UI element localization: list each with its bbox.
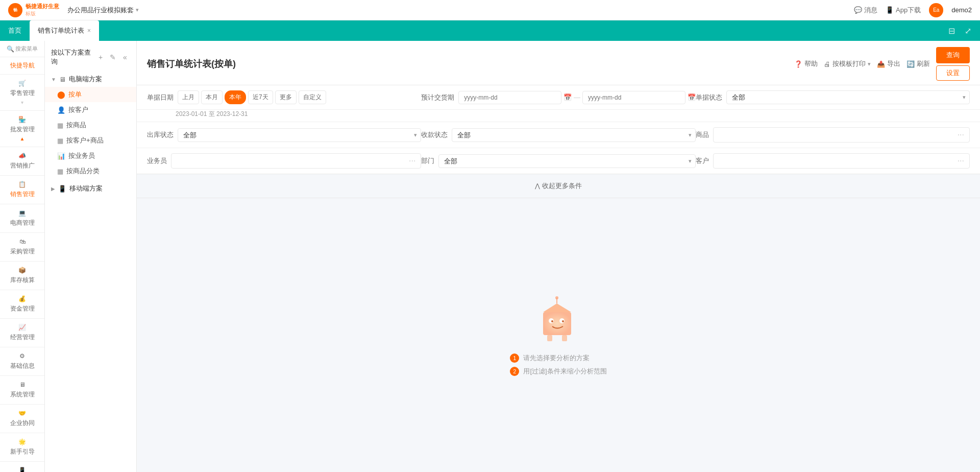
sidebar-item-sales[interactable]: 📋 销售管理 <box>0 176 44 204</box>
empty-state: 1 请先选择要分析的方案 2 用[过滤]条件来缩小分析范围 <box>137 198 980 472</box>
by-product-icon: ▦ <box>57 122 63 129</box>
date-btn-custom[interactable]: 自定义 <box>299 90 326 104</box>
by-customer-product-icon: ▦ <box>57 137 63 145</box>
scheme-edit-button[interactable]: ✎ <box>108 52 118 62</box>
logo-brand: 畅捷通好生意 标版 <box>26 3 59 17</box>
message-button[interactable]: 💬 消息 <box>854 6 877 15</box>
sidebar-item-basic-label: 基础信息 <box>10 362 35 370</box>
empty-robot-icon <box>533 294 584 345</box>
scheme-item-by-order[interactable]: ⬤ 按单 <box>45 87 136 102</box>
app-selector-label: 办公用品行业模拟账套 <box>67 6 134 15</box>
query-button[interactable]: 查询 <box>936 47 970 63</box>
scheme-item-by-category[interactable]: ▦ 按商品分类 <box>45 163 136 179</box>
filter-delivery-select[interactable]: 全部 未出库 部分出库 已出库 <box>178 128 421 142</box>
scheme-group-mobile-header[interactable]: ▶ 📱 移动端方案 <box>45 181 136 196</box>
scheme-collapse-button[interactable]: « <box>120 52 130 62</box>
date-btn-last-month[interactable]: 上月 <box>178 90 199 104</box>
scheme-group-pc-header[interactable]: ▼ 🖥 电脑端方案 <box>45 72 136 87</box>
svg-marker-1 <box>543 303 571 312</box>
filter-expected-date-label: 预计交货期 <box>421 93 454 102</box>
sidebar-item-marketing[interactable]: 📣 营销推广 <box>0 147 44 176</box>
scheme-item-by-salesman[interactable]: 📊 按业务员 <box>45 148 136 163</box>
print-icon: 🖨 <box>824 60 830 68</box>
plus-icon: + <box>99 53 103 61</box>
chevron-right-mobile-icon: ▶ <box>51 186 55 192</box>
export-button[interactable]: 📤 导出 <box>877 59 900 68</box>
date-range-row: 2023-01-01 至 2023-12-31 <box>137 110 980 122</box>
sidebar-item-marketing-label: 营销推广 <box>10 161 35 170</box>
filter-salesman-input[interactable]: ··· <box>171 153 421 169</box>
scheme-item-by-customer[interactable]: 👤 按客户 <box>45 102 136 117</box>
date-btn-this-year[interactable]: 本年 <box>225 90 246 104</box>
sidebar-item-newbie[interactable]: 🌟 新手引导 <box>0 433 44 462</box>
sidebar-item-wholesale-label: 批发管理 <box>10 125 35 134</box>
date-btn-7days[interactable]: 近7天 <box>248 90 273 104</box>
sidebar-item-system[interactable]: 🖥 系统管理 <box>0 376 44 405</box>
scheme-item-by-product[interactable]: ▦ 按商品 <box>45 117 136 133</box>
collapse-chevron-icon: ⋀ <box>535 182 540 190</box>
expected-date-from-input[interactable] <box>458 91 561 104</box>
export-icon: 📤 <box>877 60 885 68</box>
expected-date-to-input[interactable] <box>582 91 685 104</box>
sidebar-search-label: 搜索菜单 <box>15 45 38 53</box>
expected-date-range: 📅 — 📅 <box>458 91 695 104</box>
date-btn-this-month[interactable]: 本月 <box>201 90 223 104</box>
sidebar-item-enterprise-label: 企业协同 <box>10 419 35 428</box>
filter-status-label: 单据状态 <box>696 93 722 102</box>
scheme-panel-header: 按以下方案查询 + ✎ « <box>45 45 136 69</box>
app-download-icon: 📱 <box>886 6 894 14</box>
scheme-item-by-customer-product[interactable]: ▦ 按客户+商品 <box>45 133 136 148</box>
help-label: 帮助 <box>804 59 818 68</box>
print-button[interactable]: 🖨 按模板打印 ▾ <box>824 59 871 68</box>
tab-minimize-button[interactable]: ⊟ <box>945 25 958 37</box>
scheme-panel-title: 按以下方案查询 <box>51 48 95 66</box>
setting-button[interactable]: 设置 <box>936 65 970 81</box>
scheme-add-button[interactable]: + <box>95 52 106 62</box>
scheme-group-mobile-label: 移动端方案 <box>69 184 103 193</box>
tab-home[interactable]: 首页 <box>0 20 30 41</box>
date-btn-more[interactable]: 更多 <box>275 90 297 104</box>
sidebar-item-ecommerce[interactable]: 💻 电商管理 <box>0 204 44 233</box>
sidebar-item-appstore[interactable]: 📱 应用中心 <box>0 462 44 472</box>
sidebar-quick-nav[interactable]: 快捷导航 <box>0 57 44 75</box>
search-icon: 🔍 <box>7 45 14 53</box>
scheme-item-by-salesman-label: 按业务员 <box>68 151 95 160</box>
tab-close-icon[interactable]: × <box>87 27 91 34</box>
filter-department-label: 部门 <box>421 156 434 166</box>
sidebar-search[interactable]: 🔍 搜索菜单 <box>0 41 44 57</box>
filter-payment-select[interactable]: 全部 未收款 部分收款 已收款 <box>452 128 695 142</box>
tab-maximize-button[interactable]: ⤢ <box>962 25 974 37</box>
tab-sales-order[interactable]: 销售订单统计表 × <box>30 20 99 41</box>
logo-brand-name: 畅捷通好生意 <box>26 3 59 10</box>
sidebar-item-operation[interactable]: 📈 经营管理 <box>0 319 44 347</box>
by-customer-icon: 👤 <box>57 106 65 114</box>
scheme-group-pc-label: 电脑端方案 <box>69 75 102 84</box>
newbie-icon: 🌟 <box>18 438 26 445</box>
filter-customer-input[interactable]: ··· <box>713 153 970 169</box>
help-button[interactable]: ❓ 帮助 <box>794 59 818 68</box>
sidebar-item-enterprise[interactable]: 🤝 企业协同 <box>0 405 44 433</box>
sidebar-item-retail[interactable]: 🛒 零售管理 ▾ <box>0 75 44 111</box>
filter-department-select[interactable]: 全部 <box>438 154 695 168</box>
chevron-down-icon: ▾ <box>136 7 139 13</box>
filter-status-select[interactable]: 全部 待审核 已审核 已关闭 <box>726 90 970 104</box>
filter-cell-expected-date: 预计交货期 📅 — 📅 <box>421 90 695 104</box>
retail-icon: 🛒 <box>18 80 26 87</box>
by-category-icon: ▦ <box>57 168 63 175</box>
sidebar-item-basic[interactable]: ⚙ 基础信息 <box>0 347 44 376</box>
app-selector[interactable]: 办公用品行业模拟账套 ▾ <box>63 4 143 17</box>
collapse-button[interactable]: ⋀ 收起更多条件 <box>525 178 592 194</box>
wholesale-arrow-icon: ▲ <box>20 136 25 141</box>
mobile-icon: 📱 <box>58 185 66 193</box>
refresh-button[interactable]: 🔄 刷新 <box>906 59 930 68</box>
filter-delivery-select-wrap: 全部 未出库 部分出库 已出库 <box>178 128 421 142</box>
enterprise-icon: 🤝 <box>18 410 26 417</box>
filter-product-input[interactable]: ··· <box>713 127 970 143</box>
sidebar-item-inventory[interactable]: 📦 库存核算 <box>0 262 44 290</box>
sidebar-item-purchase[interactable]: 🛍 采购管理 <box>0 233 44 262</box>
svg-rect-0 <box>543 312 571 335</box>
sidebar-item-finance[interactable]: 💰 资金管理 <box>0 290 44 319</box>
sidebar-item-wholesale[interactable]: 🏪 批发管理 ▲ <box>0 111 44 147</box>
app-download-button[interactable]: 📱 App下载 <box>886 6 921 15</box>
user-avatar[interactable]: Ea <box>929 3 943 17</box>
